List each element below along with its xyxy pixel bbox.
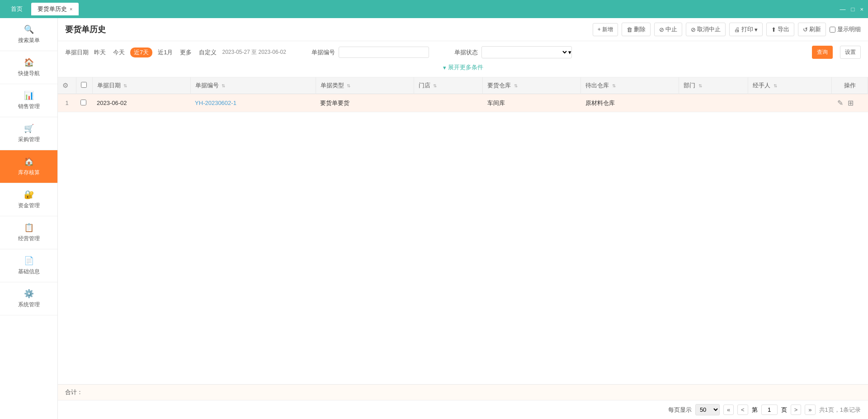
sidebar-item-finance-mgmt[interactable]: 🔐 资金管理 — [0, 183, 57, 216]
col-doc-num[interactable]: 单据编号 ⇅ — [190, 77, 316, 94]
delete-label: 删除 — [634, 25, 646, 33]
row-checkbox[interactable] — [76, 94, 92, 112]
sidebar-item-quick-nav-label: 快捷导航 — [18, 70, 40, 77]
show-detail-checkbox[interactable] — [830, 27, 835, 33]
home-tab-label: 首页 — [11, 5, 23, 13]
prev-page-btn[interactable]: < — [737, 405, 748, 415]
status-filter-group: 单据状态 ▾ — [454, 46, 805, 58]
refresh-label: 刷新 — [809, 25, 821, 33]
inventory-icon: 🏠 — [24, 157, 34, 167]
show-detail-toggle[interactable]: 显示明细 — [830, 25, 861, 33]
sidebar-item-sys-mgmt-label: 系统管理 — [18, 301, 40, 309]
quick-nav-icon: 🏠 — [24, 57, 34, 67]
table-settings-icon[interactable]: ⚙ — [62, 81, 68, 89]
page-input[interactable] — [761, 405, 778, 415]
new-button[interactable]: + 新增 — [593, 23, 618, 36]
close-btn[interactable]: × — [860, 6, 863, 13]
sidebar-item-basic-info[interactable]: 📄 基础信息 — [0, 249, 57, 282]
col-store[interactable]: 门店 ⇅ — [414, 77, 483, 94]
tab-home[interactable]: 首页 — [5, 3, 29, 15]
col-dept[interactable]: 部门 ⇅ — [679, 77, 748, 94]
print-label: 打印 — [741, 25, 753, 33]
sidebar: 🔍 搜索菜单 🏠 快捷导航 📊 销售管理 🛒 采购管理 🏠 库存核算 🔐 资金管… — [0, 18, 58, 419]
expand-more-btn[interactable]: ▾ 展开更多条件 — [65, 62, 861, 72]
table-header-row: ⚙ 单据日期 ⇅ 单据编号 ⇅ — [58, 77, 868, 94]
search-button[interactable]: 查询 — [812, 46, 833, 59]
doc-num-input[interactable] — [339, 47, 429, 58]
status-label: 单据状态 — [454, 48, 478, 57]
refresh-button[interactable]: ↺ 刷新 — [798, 23, 826, 36]
export-label: 导出 — [778, 25, 789, 33]
col-doc-type[interactable]: 单据类型 ⇅ — [316, 77, 414, 94]
sidebar-item-finance-mgmt-label: 资金管理 — [18, 202, 40, 210]
settings-btn[interactable]: 设置 — [840, 46, 861, 59]
col-date-label: 单据日期 — [97, 82, 121, 89]
col-date-sort-icon: ⇅ — [123, 83, 127, 88]
sidebar-item-search-menu[interactable]: 🔍 搜索菜单 — [0, 18, 57, 51]
tab-active[interactable]: 要货单历史 × — [31, 3, 79, 15]
date-opt-more[interactable]: 更多 — [178, 48, 193, 57]
col-req-warehouse-label: 要货仓库 — [487, 82, 511, 89]
col-settings[interactable]: ⚙ — [58, 77, 76, 94]
select-all-checkbox[interactable] — [81, 82, 87, 88]
sidebar-item-purchase-mgmt[interactable]: 🛒 采购管理 — [0, 117, 57, 150]
status-select[interactable] — [482, 47, 568, 58]
status-chevron-icon: ▾ — [568, 49, 571, 56]
col-store-label: 门店 — [419, 82, 430, 89]
doc-num-link[interactable]: YH-20230602-1 — [195, 100, 236, 106]
next-page-btn[interactable]: > — [791, 405, 802, 415]
date-opt-custom[interactable]: 自定义 — [197, 48, 218, 57]
sidebar-item-sales-mgmt[interactable]: 📊 销售管理 — [0, 84, 57, 117]
expand-icon: ▾ — [443, 64, 446, 71]
print-button[interactable]: 🖨 打印 ▾ — [729, 23, 763, 36]
sidebar-item-inventory[interactable]: 🏠 库存核算 — [0, 150, 57, 183]
col-pending-warehouse[interactable]: 待出仓库 ⇅ — [581, 77, 679, 94]
sidebar-item-quick-nav[interactable]: 🏠 快捷导航 — [0, 51, 57, 84]
row-delete-btn[interactable]: ⊞ — [847, 98, 854, 108]
row-edit-btn[interactable]: ✎ — [836, 98, 844, 108]
sidebar-item-ops-mgmt[interactable]: 📋 经营管理 — [0, 216, 57, 249]
sidebar-item-inventory-label: 库存核算 — [18, 169, 40, 176]
row-store — [414, 94, 483, 112]
refresh-icon: ↺ — [803, 26, 808, 33]
top-bar: 首页 要货单历史 × — □ × — [0, 0, 868, 18]
sidebar-item-sales-mgmt-label: 销售管理 — [18, 103, 40, 110]
window-controls: — □ × — [840, 6, 863, 13]
tab-close-icon[interactable]: × — [70, 6, 72, 12]
delete-button[interactable]: 🗑 删除 — [622, 23, 651, 36]
date-opt-1month[interactable]: 近1月 — [156, 48, 175, 57]
status-select-wrap: ▾ — [481, 46, 572, 58]
export-button[interactable]: ⬆ 导出 — [766, 23, 794, 36]
total-info: 共1页，1条记录 — [819, 406, 861, 414]
date-opt-yesterday[interactable]: 昨天 — [92, 48, 108, 57]
page-title: 要货单历史 — [65, 24, 589, 35]
col-handler[interactable]: 经手人 ⇅ — [748, 77, 832, 94]
per-page-select[interactable]: 10 20 50 100 — [695, 404, 720, 415]
summary-label: 合计： — [65, 388, 83, 396]
sidebar-item-purchase-mgmt-label: 采购管理 — [18, 136, 40, 143]
sidebar-item-sys-mgmt[interactable]: ⚙️ 系统管理 — [0, 282, 57, 315]
minimize-btn[interactable]: — — [840, 6, 846, 13]
last-page-btn[interactable]: » — [805, 405, 815, 415]
cancel-stop-label: 取消中止 — [697, 25, 721, 33]
date-opt-today[interactable]: 今天 — [111, 48, 127, 57]
date-range-display: 2023-05-27 至 2023-06-02 — [222, 48, 286, 56]
filter-row-1: 单据日期 昨天 今天 近7天 近1月 更多 自定义 2023-05-27 至 2… — [65, 46, 861, 59]
date-filter-group: 单据日期 昨天 今天 近7天 近1月 更多 自定义 2023-05-27 至 2… — [65, 48, 286, 57]
basic-info-icon: 📄 — [24, 256, 34, 266]
table-row: 1 2023-06-02 YH-20230602-1 要货单要货 车间库 原材料… — [58, 94, 868, 112]
row-select-checkbox[interactable] — [80, 100, 86, 105]
col-req-warehouse[interactable]: 要货仓库 ⇅ — [483, 77, 581, 94]
col-pending-warehouse-label: 待出仓库 — [585, 82, 609, 89]
col-action: 操作 — [832, 77, 868, 94]
col-dept-sort-icon: ⇅ — [698, 83, 702, 88]
first-page-btn[interactable]: « — [723, 405, 734, 415]
maximize-btn[interactable]: □ — [851, 6, 855, 13]
col-dept-label: 部门 — [684, 82, 695, 89]
col-date[interactable]: 单据日期 ⇅ — [92, 77, 190, 94]
filter-area: 单据日期 昨天 今天 近7天 近1月 更多 自定义 2023-05-27 至 2… — [58, 41, 868, 77]
stop-button[interactable]: ⊘ 中止 — [654, 23, 682, 36]
cancel-stop-button[interactable]: ⊘ 取消中止 — [686, 23, 726, 36]
date-opt-7days[interactable]: 近7天 — [130, 48, 152, 57]
row-req-warehouse: 车间库 — [483, 94, 581, 112]
